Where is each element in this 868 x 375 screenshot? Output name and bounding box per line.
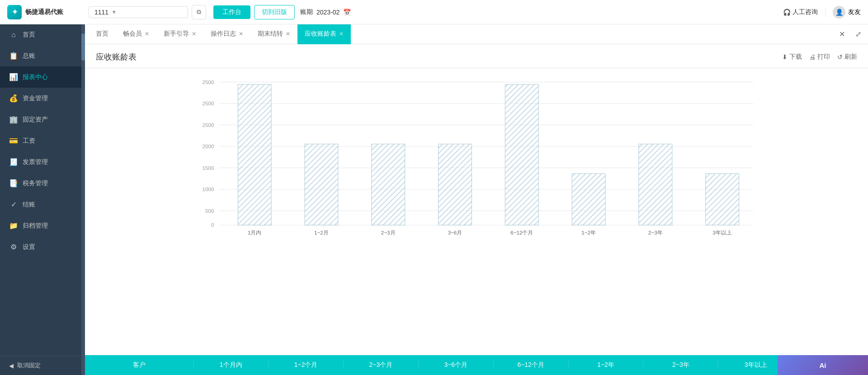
sidebar-item-ledger[interactable]: 📋总账: [0, 45, 81, 66]
top-header: ✦ 畅捷通易代账 1111 ▼ ⧉ 工作台 切到旧版 账期 2023-02 📅 …: [0, 0, 868, 24]
company-selector[interactable]: 1111 ▼: [89, 6, 188, 18]
consultation-button[interactable]: 🎧 人工咨询: [783, 8, 818, 16]
period-value: 2023-02: [316, 9, 340, 16]
copy-icon: ⧉: [197, 8, 201, 16]
tab-period-end[interactable]: 期末结转 ✕: [250, 24, 297, 44]
svg-text:2500: 2500: [203, 122, 214, 128]
page-title: 应收账龄表: [96, 52, 137, 62]
copy-button[interactable]: ⧉: [192, 5, 206, 19]
sidebar-icon-invoice: 🧾: [9, 158, 18, 166]
ai-assistant-bar[interactable]: Ai: [778, 355, 868, 375]
sidebar-item-tax[interactable]: 📑税务管理: [0, 173, 81, 194]
user-area[interactable]: 👤 友友: [833, 6, 861, 19]
tab-aging[interactable]: 应收账龄表 ✕: [297, 24, 351, 44]
tab-bar: 首页畅会员 ✕新手引导 ✕操作日志 ✕期末结转 ✕应收账龄表 ✕ ✕ ⤢: [85, 24, 868, 44]
company-name: 1111: [94, 9, 108, 16]
sidebar-scroll: ⌂首页📋总账📊报表中心💰资金管理🏢固定资产💳工资🧾发票管理📑税务管理✓结账📁归档…: [0, 24, 81, 356]
sidebar-label-salary: 工资: [23, 137, 35, 145]
sidebar-label-settings: 设置: [23, 243, 35, 251]
tab-label-period-end: 期末结转: [258, 30, 283, 38]
sidebar-item-invoice[interactable]: 🧾发票管理: [0, 151, 81, 173]
table-header-客户: 客户: [85, 361, 193, 369]
sidebar-collapse-button[interactable]: ◀ 取消固定: [0, 356, 81, 375]
workspace-button[interactable]: 工作台: [213, 5, 250, 19]
svg-text:3年以上: 3年以上: [712, 230, 731, 235]
tab-guide[interactable]: 新手引导 ✕: [156, 24, 203, 44]
table-header-2~3个月: 2~3个月: [344, 361, 419, 369]
sidebar-item-reports[interactable]: 📊报表中心: [0, 66, 81, 88]
svg-rect-23: [439, 144, 472, 225]
svg-text:1~2年: 1~2年: [581, 230, 596, 235]
svg-text:2~3年: 2~3年: [648, 230, 663, 235]
collapse-icon: ◀: [9, 362, 14, 369]
sidebar-label-home: 首页: [23, 31, 35, 39]
divider: [825, 8, 826, 17]
ai-label: Ai: [820, 361, 826, 369]
tab-label-home: 首页: [96, 30, 108, 38]
table-header-2~3年: 2~3年: [643, 361, 718, 369]
refresh-button[interactable]: ↺刷新: [837, 53, 857, 61]
sidebar-label-tax: 税务管理: [23, 179, 48, 188]
tab-close-member[interactable]: ✕: [145, 31, 149, 37]
sidebar-label-invoice: 发票管理: [23, 158, 48, 166]
svg-rect-27: [572, 173, 605, 225]
tab-home[interactable]: 首页: [89, 24, 116, 44]
sidebar-icon-funds: 💰: [9, 94, 18, 103]
svg-text:6~12个月: 6~12个月: [510, 230, 533, 235]
tab-label-aging: 应收账龄表: [305, 30, 336, 38]
sidebar-item-checkout[interactable]: ✓结账: [0, 194, 81, 215]
tab-label-oplog: 操作日志: [211, 30, 236, 38]
sidebar-item-salary[interactable]: 💳工资: [0, 130, 81, 151]
sidebar-item-home[interactable]: ⌂首页: [0, 24, 81, 45]
download-button[interactable]: ⬇下载: [782, 53, 802, 61]
svg-rect-19: [305, 144, 338, 225]
svg-rect-17: [238, 84, 271, 225]
sidebar-icon-archive: 📁: [9, 221, 18, 230]
sidebar-icon-checkout: ✓: [9, 200, 18, 209]
calendar-icon[interactable]: 📅: [343, 9, 351, 16]
tab-close-aging[interactable]: ✕: [339, 31, 344, 37]
header-right: 🎧 人工咨询 👤 友友: [783, 6, 861, 19]
table-header-row: 客户1个月内1~2个月2~3个月3~6个月6~12个月1~2年2~3年3年以上合…: [85, 355, 868, 375]
switch-version-button[interactable]: 切到旧版: [254, 5, 295, 19]
tab-oplog[interactable]: 操作日志 ✕: [203, 24, 250, 44]
sidebar-label-checkout: 结账: [23, 201, 35, 209]
period-label: 账期: [300, 8, 313, 16]
tab-close-guide[interactable]: ✕: [192, 31, 196, 37]
sidebar-item-assets[interactable]: 🏢固定资产: [0, 109, 81, 130]
expand-button[interactable]: ⤢: [852, 28, 864, 41]
sidebar-icon-home: ⌂: [9, 31, 18, 39]
svg-text:3~6月: 3~6月: [448, 230, 462, 235]
scrollbar-thumb: [81, 33, 85, 61]
svg-text:1500: 1500: [203, 165, 214, 171]
tab-close-oplog[interactable]: ✕: [239, 31, 243, 37]
refresh-icon: ↺: [837, 53, 843, 61]
tab-label-member: 畅会员: [123, 30, 142, 38]
chart-container: 2500 2500 2500 2000 1500 1000 500 0: [85, 68, 868, 355]
svg-text:2~3月: 2~3月: [381, 230, 396, 235]
logo-area: ✦ 畅捷通易代账: [7, 5, 89, 19]
avatar-icon: 👤: [835, 9, 843, 16]
tab-close-period-end[interactable]: ✕: [286, 31, 290, 37]
svg-text:0: 0: [211, 222, 214, 228]
svg-text:2500: 2500: [203, 100, 214, 106]
svg-rect-31: [706, 173, 739, 225]
sidebar-scrollbar[interactable]: [81, 24, 85, 375]
sidebar-icon-settings: ⚙: [9, 243, 18, 251]
chevron-down-icon: ▼: [111, 9, 117, 15]
print-button[interactable]: 🖨打印: [809, 53, 830, 61]
sidebar-item-archive[interactable]: 📁归档管理: [0, 215, 81, 236]
main-layout: ⌂首页📋总账📊报表中心💰资金管理🏢固定资产💳工资🧾发票管理📑税务管理✓结账📁归档…: [0, 24, 868, 375]
tab-label-guide: 新手引导: [164, 30, 189, 38]
avatar: 👤: [833, 6, 845, 19]
tab-member[interactable]: 畅会员 ✕: [116, 24, 156, 44]
sidebar-item-settings[interactable]: ⚙设置: [0, 236, 81, 258]
sidebar-label-funds: 资金管理: [23, 94, 48, 103]
logo-text: 畅捷通易代账: [25, 8, 63, 16]
table-header-1~2年: 1~2年: [569, 361, 644, 369]
svg-text:1~2月: 1~2月: [314, 230, 329, 235]
svg-text:2500: 2500: [203, 79, 214, 85]
sidebar-item-funds[interactable]: 💰资金管理: [0, 88, 81, 109]
table-header-1个月内: 1个月内: [193, 361, 269, 369]
close-all-tabs-button[interactable]: ✕: [835, 28, 848, 41]
